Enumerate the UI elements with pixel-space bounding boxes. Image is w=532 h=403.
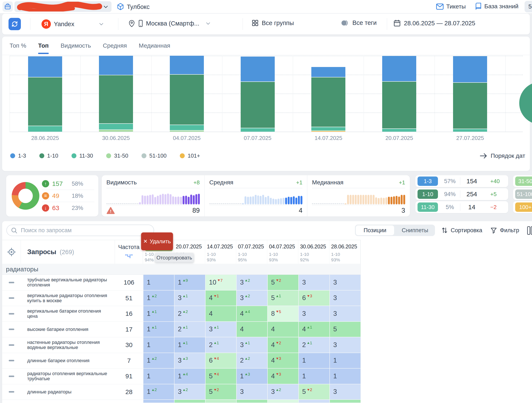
position-cell: 4 (267, 322, 298, 337)
balance-pill[interactable]: 5 (525, 1, 532, 12)
position-value: 3 (209, 325, 213, 333)
legend-item-31-50: 31-50 (106, 153, 128, 159)
tab-Видимость[interactable]: Видимость (61, 37, 91, 55)
bar-segment-1-10 (241, 82, 275, 128)
keyword-cell[interactable]: настенные радиаторы отопления водяные ве… (21, 337, 115, 353)
minichart-bar (396, 196, 398, 204)
triangle-down-icon (214, 389, 216, 391)
region-select[interactable]: Москва (Смартф... (128, 19, 211, 27)
keyword-cell[interactable]: длинные радиаторы (21, 384, 115, 400)
projects-button[interactable] (3, 1, 13, 12)
stat-pct: 94% (441, 191, 458, 198)
position-cell: 85 (267, 306, 298, 322)
triangle-up-icon (183, 326, 185, 328)
groups-select[interactable]: Все группы (252, 19, 294, 27)
keyword-cell[interactable]: радиаторы отопления вертикальные трубчат… (21, 369, 115, 384)
change-value: 1 (310, 341, 312, 345)
metric-value: 89 (192, 207, 200, 214)
delete-button[interactable]: ✕ Удалить (141, 232, 173, 250)
keyword-cell[interactable]: трубчатые вертикальные радиаторы отоплен… (21, 275, 115, 291)
row-collapse-toggle[interactable] (2, 275, 21, 291)
yandex-logo-icon: Я (42, 19, 51, 29)
tags-filter[interactable]: Все теги (341, 19, 377, 26)
tab-positions[interactable]: Позиции (356, 225, 394, 235)
change-value: 3 (186, 356, 188, 361)
position-cell: 4 (205, 306, 236, 322)
date-column-header[interactable]: 28.06.20251-1093% (329, 240, 361, 264)
position-value: 3 (240, 279, 244, 286)
row-collapse-toggle[interactable] (2, 337, 21, 353)
date-column-header[interactable]: 14.07.20251-1093% (205, 240, 236, 264)
tab-snippets[interactable]: Сниппеты (396, 225, 434, 235)
metric-delta: +1 (296, 179, 303, 186)
triangle-down-icon (276, 342, 278, 344)
filter-button[interactable]: Фильтр (490, 225, 519, 236)
keyword-cell[interactable]: длинные батареи отопления (21, 353, 115, 369)
tab-Средняя[interactable]: Средняя (103, 37, 127, 55)
keyword-cell[interactable]: вертикальные радиаторы отопления купить … (21, 291, 115, 306)
grid-icon (252, 19, 259, 27)
select-all-cell[interactable] (2, 240, 21, 264)
tab-Топ %[interactable]: Топ % (10, 37, 26, 55)
row-collapse-toggle[interactable] (2, 306, 21, 322)
row-collapse-toggle[interactable] (2, 384, 21, 400)
position-cell: 12 (143, 353, 174, 369)
change-value: 1 (248, 341, 250, 345)
bar-segment-1-3 (99, 56, 133, 75)
legend-label: 11-30 (79, 153, 93, 159)
project-url-select[interactable]: https:// (14, 1, 112, 12)
position-cell: 1 (298, 353, 329, 369)
row-collapse-toggle[interactable] (2, 291, 21, 306)
refresh-button[interactable] (8, 18, 21, 30)
stacked-bar (382, 56, 416, 132)
date-column-header[interactable]: 07.07.20251-1095% (236, 240, 267, 264)
position-change: 4 (214, 356, 219, 361)
minichart-bar (385, 197, 387, 204)
date-order-button[interactable]: Порядок дат (480, 153, 525, 159)
date-range-picker[interactable]: 28.06.2025 — 28.07.2025 (393, 19, 475, 27)
minichart-bar (278, 199, 279, 204)
row-collapse-toggle[interactable] (2, 353, 21, 369)
stacked-bar-chart[interactable]: 28.06.202530.06.202504.07.202507.07.2025… (10, 56, 506, 132)
product-home-link[interactable]: Тулбокс (117, 3, 150, 10)
position-cell (267, 400, 298, 403)
bar-segment-1-10 (311, 77, 345, 127)
change-value: 1 (186, 294, 188, 298)
row-collapse-toggle[interactable] (2, 369, 21, 384)
search-engine-select[interactable]: Я Yandex (42, 19, 104, 29)
keyword-cell[interactable]: вертикальные батареи отопления цена (21, 306, 115, 322)
frequency-header-cell[interactable]: Частота "Ч" (115, 240, 143, 264)
columns-icon[interactable] (527, 226, 532, 235)
date-column-header[interactable]: 30.06.20251-1092% (298, 240, 329, 264)
search-input[interactable] (20, 227, 140, 234)
row-collapse-toggle[interactable] (2, 322, 21, 337)
top-stat-card-1-3: 1-357%154+40 (415, 175, 508, 187)
position-cell (174, 400, 205, 403)
warning-icon[interactable] (106, 207, 115, 214)
minichart-bar (283, 198, 285, 204)
date-column-header[interactable]: 04.07.20251-1093% (267, 240, 298, 264)
stacked-bar (241, 56, 275, 132)
stat-value: 14 (460, 204, 483, 211)
change-value: 4 (248, 310, 250, 314)
keyword-cell[interactable]: высокие батареи отопления (21, 322, 115, 337)
tab-Топ[interactable]: Топ (38, 37, 49, 55)
position-cell: 52 (267, 275, 298, 291)
minus-icon (9, 360, 14, 361)
position-value: 1 (333, 372, 337, 380)
tab-Медианная[interactable]: Медианная (139, 37, 170, 55)
tickets-link[interactable]: Тикеты (436, 3, 466, 10)
position-cell: 21 (205, 337, 236, 353)
queries-header-cell[interactable]: Запросы (269) (21, 240, 115, 264)
metric-value: 3 (402, 207, 405, 214)
range-badge: 100+ (515, 202, 532, 212)
position-change: 2 (307, 387, 312, 392)
group-row[interactable]: радиаторы (2, 264, 361, 275)
filter-label: Фильтр (500, 227, 519, 234)
change-value: 1 (217, 341, 219, 345)
sort-button[interactable]: Сортировка (441, 225, 482, 236)
position-cell: 43 (267, 369, 298, 384)
funnel-icon (490, 227, 497, 234)
metric-card-3: Медианная+13 (307, 175, 410, 217)
knowledge-base-link[interactable]: База знаний (475, 3, 518, 10)
